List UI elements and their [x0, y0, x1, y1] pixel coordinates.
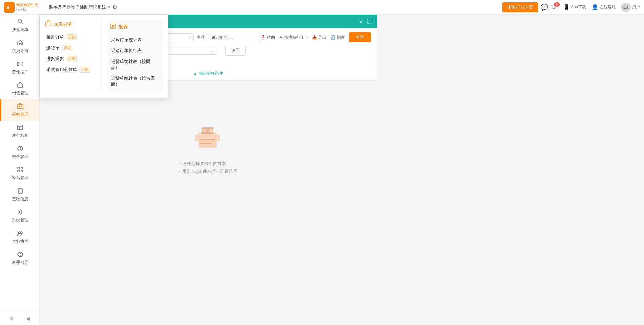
logo-area: 6 畅捷通好生意 标准版 [4, 2, 44, 13]
message-badge: 6 [554, 2, 560, 7]
svg-point-8 [19, 106, 20, 107]
sidebar-item-guide[interactable]: 新手引导 [0, 248, 39, 269]
report-receipt-supplier-item[interactable]: 进货单统计表（按供应商） [110, 73, 160, 90]
tab-maximize-icon[interactable]: ⛶ [366, 17, 374, 26]
purchase-return-history-badge: 历史 [67, 56, 77, 62]
title-settings-icon[interactable]: ⚙ [112, 4, 117, 10]
guide-icon [17, 251, 24, 259]
svg-rect-40 [111, 24, 115, 29]
sidebar-item-sales[interactable]: 销售管理 [0, 78, 39, 99]
sidebar-item-quick-nav[interactable]: 快捷导航 [0, 36, 39, 57]
app-download-label: App下载 [571, 4, 586, 10]
report-order-exec-item[interactable]: 采购订单执行表 [110, 45, 160, 56]
sidebar-item-finance[interactable]: 资金管理 [0, 142, 39, 163]
message-icon: 💬 [541, 4, 548, 11]
top-header: 6 畅捷通好生意 标准版 装备及固定资产辅助管理系统 ▾ ⚙ 体验行业方案 💬 … [0, 0, 644, 15]
sidebar-item-search[interactable]: 搜索菜单 [0, 15, 39, 36]
user-menu-button[interactable]: Ea 用户 [621, 3, 640, 12]
purchase-order-item[interactable]: 采购订单 历史 [45, 32, 96, 43]
collapse-sidebar-icon[interactable]: ◀ [26, 315, 30, 322]
title-dropdown-icon[interactable]: ▾ [108, 5, 110, 10]
salesman-more[interactable]: ... [211, 48, 214, 53]
print-button[interactable]: 🖨 按模板打印 ▾ [279, 35, 308, 40]
svg-point-27 [18, 252, 23, 257]
purchase-expense-item[interactable]: 采购费用分摊单 历史 [45, 64, 96, 75]
app-download-button[interactable]: 📱 App下载 [563, 4, 586, 10]
empty-hint-2: 用[过滤]条件来缩小分析范围 [182, 167, 237, 175]
sidebar-enterprise-label: 企业协同 [12, 239, 28, 244]
inventory-icon [17, 124, 24, 132]
purchase-icon [17, 103, 24, 111]
purchase-section-title: 采购业务 [45, 20, 96, 28]
user-avatar: Ea [621, 3, 631, 12]
svg-point-28 [20, 255, 21, 256]
setting-button[interactable]: 设置 [225, 46, 246, 56]
empty-hint-1: 请先选择要分析的方案 [182, 160, 226, 167]
finance-icon [17, 145, 24, 153]
svg-rect-7 [17, 105, 23, 109]
sidebar-item-purchase[interactable]: 采购管理 [0, 99, 39, 121]
user-label: 用户 [632, 4, 640, 10]
settings-icon[interactable]: ⚙ [9, 315, 14, 322]
purchase-section: 采购业务 采购订单 历史 进货单 历史 进货退货 历史 采购费用分摊单 历史 [45, 20, 96, 92]
sidebar-item-basic-info[interactable]: 基础信息 [0, 184, 39, 205]
export-button[interactable]: 📤 导出 [312, 35, 326, 40]
tab-bar-right: ✕ ⛶ [357, 17, 377, 26]
sales-icon [17, 82, 24, 89]
sidebar-item-marketing[interactable]: 营销推广 [0, 57, 39, 78]
refresh-button[interactable]: 🔄 刷新 [330, 35, 345, 40]
system-icon [17, 209, 24, 216]
purchase-receipt-item[interactable]: 进货单 历史 [45, 43, 96, 53]
empty-illustration [191, 121, 225, 154]
marketing-icon [17, 60, 24, 68]
logo-badge: 标准版 [16, 7, 38, 12]
purchase-receipt-history-badge: 历史 [62, 45, 72, 51]
message-button[interactable]: 💬 消息 6 [541, 4, 558, 11]
svg-line-5 [21, 65, 23, 66]
report-receipt-goods-item[interactable]: 进货单统计表（按商品） [110, 56, 160, 73]
tab-close-all-icon[interactable]: ✕ [357, 17, 364, 26]
phone-icon: 📱 [563, 4, 570, 10]
online-service-button[interactable]: 👤 在线客服 [592, 4, 616, 10]
export-icon: 📤 [312, 35, 317, 40]
sidebar-item-enterprise[interactable]: 企业协同 [0, 227, 39, 248]
svg-rect-18 [18, 170, 20, 172]
doc-status-dropdown-icon: ▾ [189, 35, 191, 40]
svg-text:6: 6 [7, 5, 9, 10]
svg-marker-3 [18, 62, 21, 66]
sidebar-item-inventory[interactable]: 库存核算 [0, 121, 39, 142]
sidebar-system-label: 系统管理 [12, 217, 28, 223]
sidebar-search-label: 搜索菜单 [12, 27, 28, 33]
refresh-icon: 🔄 [330, 35, 335, 40]
svg-point-34 [210, 130, 211, 131]
goods-filter: 商品 设计素 ✕ ... [196, 33, 260, 42]
sidebar-quick-nav-label: 快捷导航 [12, 48, 28, 54]
collapse-icon: ▲ [193, 71, 198, 76]
svg-point-9 [21, 106, 22, 107]
report-order-stats-item[interactable]: 采购订单统计表 [110, 35, 160, 45]
industry-button[interactable]: 体验行业方案 [502, 2, 538, 12]
goods-tag: 设计素 ✕ [210, 35, 229, 40]
sidebar-marketing-label: 营销推广 [12, 69, 28, 75]
sidebar-item-system[interactable]: 系统管理 [0, 205, 39, 227]
query-button[interactable]: 查询 [349, 32, 371, 42]
svg-rect-37 [195, 135, 198, 141]
goods-tag-close[interactable]: ✕ [224, 35, 227, 40]
report-section: 报表 采购订单统计表 采购订单执行表 进货单统计表（按商品） 进货单统计表（按供… [107, 20, 163, 92]
sidebar-item-operations[interactable]: 经营管理 [0, 163, 39, 184]
sidebar-operations-label: 经营管理 [12, 175, 28, 181]
purchase-return-item[interactable]: 进货退货 历史 [45, 53, 96, 64]
svg-point-26 [20, 232, 22, 234]
empty-state: 请先选择要分析的方案 用[过滤]条件来缩小分析范围 [40, 81, 377, 215]
goods-input[interactable]: 设计素 ✕ ... [207, 33, 260, 42]
sidebar-basic-info-label: 基础信息 [12, 196, 28, 202]
sidebar-finance-label: 资金管理 [12, 154, 28, 160]
goods-more[interactable]: ... [230, 35, 234, 40]
svg-rect-19 [21, 170, 23, 172]
svg-rect-35 [200, 139, 215, 140]
collapse-button[interactable]: ▲ 收起更多条件 [193, 71, 223, 76]
logo-icon: 6 [4, 2, 15, 13]
system-title-bar: 装备及固定资产辅助管理系统 ▾ ⚙ [49, 4, 500, 10]
logo-text: 畅捷通好生意 [16, 2, 38, 7]
help-button[interactable]: ❓ 帮助 [260, 35, 275, 40]
